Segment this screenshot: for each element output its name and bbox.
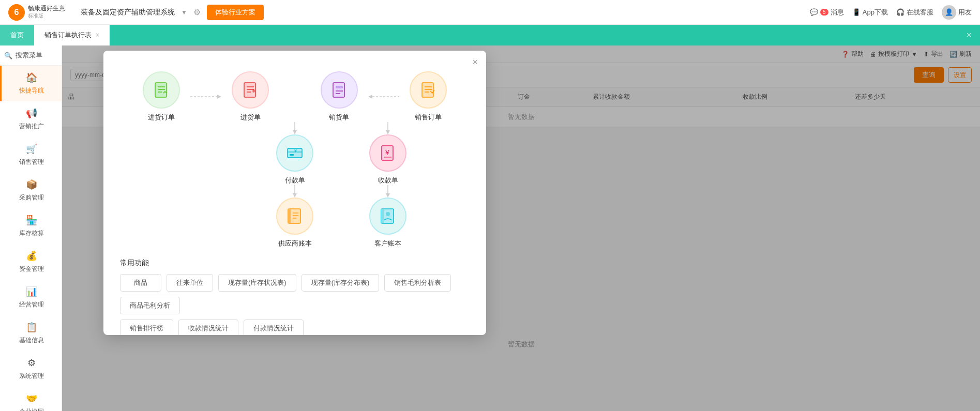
logo-area: 6 畅康通好生意 标准版 bbox=[8, 4, 70, 21]
tab-bar: 首页 销售订单执行表 × × bbox=[0, 25, 980, 45]
message-item[interactable]: 💬 5 消息 bbox=[810, 8, 844, 17]
receipt-label: 收款单 bbox=[378, 176, 398, 185]
service-icon: 🎧 bbox=[896, 8, 904, 16]
quick-nav-icon: 🏠 bbox=[26, 72, 37, 83]
sidebar-item-finance[interactable]: 💰 资金管理 bbox=[0, 244, 62, 280]
sidebar-item-basic[interactable]: 📋 基础信息 bbox=[0, 315, 62, 351]
experience-btn[interactable]: 体验行业方案 bbox=[207, 5, 264, 20]
message-label: 消息 bbox=[831, 8, 844, 17]
sidebar-label-inventory: 库存核算 bbox=[19, 229, 44, 238]
gear-icon[interactable]: ⚙ bbox=[193, 7, 201, 17]
sidebar-search-label: 搜索菜单 bbox=[16, 51, 42, 60]
supplier-ledger-node: 供应商账本 bbox=[266, 197, 323, 248]
purchase-order-node: 进货订单 bbox=[134, 71, 189, 122]
sidebar-label-finance: 资金管理 bbox=[19, 265, 44, 273]
download-icon: 📱 bbox=[852, 8, 861, 16]
btn-receipt-stats[interactable]: 收款情况统计 bbox=[178, 319, 238, 335]
svg-rect-26 bbox=[290, 154, 294, 156]
sidebar-label-basic: 基础信息 bbox=[19, 336, 44, 345]
sidebar-item-collab[interactable]: 🤝 企业协同 bbox=[0, 387, 62, 411]
svg-rect-0 bbox=[155, 83, 167, 97]
message-badge: 5 bbox=[820, 9, 828, 16]
modal-box: × bbox=[103, 51, 486, 335]
sidebar-item-quick-nav[interactable]: 🏠 快捷导航 bbox=[0, 66, 62, 101]
logo-name: 畅康通好生意 bbox=[28, 5, 65, 13]
customer-ledger-icon[interactable] bbox=[369, 197, 406, 235]
app-download-item[interactable]: 📱 App下载 bbox=[852, 8, 888, 17]
online-service-item[interactable]: 🎧 在线客服 bbox=[896, 8, 933, 17]
header-center: 装备及固定资产辅助管理系统 ▼ ⚙ 体验行业方案 bbox=[70, 5, 810, 20]
tab-home[interactable]: 首页 bbox=[0, 25, 34, 45]
sidebar-item-purchase[interactable]: 📦 采购管理 bbox=[0, 173, 62, 208]
receipt-node: ¥ 收款单 bbox=[359, 134, 416, 185]
btn-payment-stats[interactable]: 付款情况统计 bbox=[244, 319, 304, 335]
basic-icon: 📋 bbox=[26, 322, 37, 333]
purchase-bill-label: 进货单 bbox=[240, 113, 261, 122]
sidebar-search[interactable]: 🔍 搜索菜单 bbox=[0, 45, 62, 66]
purchase-bill-icon[interactable] bbox=[232, 71, 269, 109]
btn-stock-dist[interactable]: 现存量(库存分布表) bbox=[301, 274, 380, 292]
sales-bill-node: 销货单 bbox=[312, 71, 366, 122]
inventory-icon: 🏪 bbox=[26, 215, 37, 226]
sidebar-label-sales: 销售管理 bbox=[19, 158, 44, 166]
modal-close-btn[interactable]: × bbox=[472, 57, 478, 68]
purchase-icon: 📦 bbox=[26, 179, 37, 190]
common-btns: 商品 往来单位 现存量(库存状况表) 现存量(库存分布表) 销售毛利分析表 商品… bbox=[120, 274, 470, 314]
svg-rect-11 bbox=[336, 86, 343, 88]
tab-close-icon[interactable]: × bbox=[96, 32, 99, 39]
receipt-icon[interactable]: ¥ bbox=[369, 134, 406, 172]
modal-overlay: × bbox=[62, 45, 980, 411]
marketing-icon: 📢 bbox=[26, 108, 37, 119]
supplier-ledger-icon[interactable] bbox=[276, 197, 313, 235]
system-dropdown-btn[interactable]: ▼ bbox=[181, 9, 187, 16]
svg-text:¥: ¥ bbox=[385, 148, 389, 157]
finance-icon: 💰 bbox=[26, 250, 37, 262]
supplier-ledger-label: 供应商账本 bbox=[278, 239, 312, 248]
tab-sales-order[interactable]: 销售订单执行表 × bbox=[34, 25, 110, 45]
message-icon: 💬 bbox=[810, 8, 818, 16]
payment-icon[interactable]: ¥ bbox=[276, 134, 313, 172]
purchase-bill-node: 进货单 bbox=[223, 71, 278, 122]
sidebar-label-quick-nav: 快捷导航 bbox=[19, 86, 44, 95]
sales-bill-label: 销货单 bbox=[329, 113, 349, 122]
sales-bill-icon[interactable] bbox=[321, 71, 358, 109]
btn-goods[interactable]: 商品 bbox=[120, 274, 161, 292]
svg-marker-23 bbox=[386, 130, 390, 134]
svg-text:¥: ¥ bbox=[294, 148, 297, 153]
purchase-order-icon[interactable] bbox=[143, 71, 180, 109]
sidebar-item-operations[interactable]: 📊 经营管理 bbox=[0, 280, 62, 315]
sidebar-label-purchase: 采购管理 bbox=[19, 193, 44, 202]
purchase-order-label: 进货订单 bbox=[148, 113, 175, 122]
flow-section: 进货订单 bbox=[103, 51, 486, 258]
sidebar-label-system: 系统管理 bbox=[19, 372, 44, 380]
sidebar-label-collab: 企业协同 bbox=[19, 407, 44, 411]
tab-bar-close-icon[interactable]: × bbox=[966, 30, 972, 41]
user-area[interactable]: 👤 用友 bbox=[942, 5, 972, 20]
svg-marker-21 bbox=[293, 130, 297, 134]
operations-icon: 📊 bbox=[26, 286, 37, 297]
btn-goods-profit[interactable]: 商品毛利分析 bbox=[120, 297, 180, 314]
svg-marker-32 bbox=[293, 193, 297, 197]
svg-marker-14 bbox=[368, 95, 372, 99]
svg-marker-5 bbox=[217, 95, 221, 99]
svg-point-42 bbox=[386, 212, 390, 216]
sidebar-item-sales[interactable]: 🛒 销售管理 bbox=[0, 137, 62, 173]
avatar: 👤 bbox=[942, 5, 956, 20]
sidebar-label-marketing: 营销推广 bbox=[19, 122, 44, 131]
svg-marker-34 bbox=[386, 193, 390, 197]
sidebar-item-marketing[interactable]: 📢 营销推广 bbox=[0, 101, 62, 137]
btn-sales-profit[interactable]: 销售毛利分析表 bbox=[384, 274, 451, 292]
btn-stock-status[interactable]: 现存量(库存状况表) bbox=[218, 274, 296, 292]
logo-sub: 标准版 bbox=[28, 12, 65, 20]
sales-order-icon[interactable] bbox=[410, 71, 447, 109]
app-download-label: App下载 bbox=[863, 8, 888, 17]
sidebar-item-system[interactable]: ⚙ 系统管理 bbox=[0, 351, 62, 387]
sidebar-item-inventory[interactable]: 🏪 库存核算 bbox=[0, 208, 62, 244]
btn-sales-rank[interactable]: 销售排行榜 bbox=[120, 319, 173, 335]
tab-home-label: 首页 bbox=[10, 31, 24, 40]
tab-sales-label: 销售订单执行表 bbox=[44, 31, 92, 40]
top-header: 6 畅康通好生意 标准版 装备及固定资产辅助管理系统 ▼ ⚙ 体验行业方案 💬 … bbox=[0, 0, 980, 25]
main-layout: 🔍 搜索菜单 🏠 快捷导航 📢 营销推广 🛒 销售管理 📦 采购管理 🏪 库存核… bbox=[0, 45, 980, 411]
btn-partners[interactable]: 往来单位 bbox=[167, 274, 213, 292]
user-name: 用友 bbox=[958, 8, 972, 17]
